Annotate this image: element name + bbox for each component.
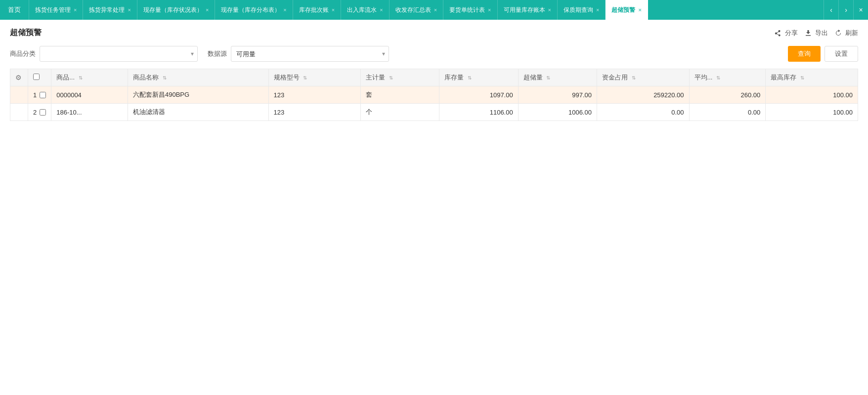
- nav-tab-4[interactable]: 现存量（库存分布表） ×: [215, 0, 293, 20]
- th-unit[interactable]: 主计量 ⇅: [361, 69, 439, 86]
- td-max-0: 100.00: [766, 86, 858, 104]
- td-over-1: 1006.00: [518, 104, 597, 121]
- th-over[interactable]: 超储量 ⇅: [518, 69, 597, 86]
- sort-icon-avg: ⇅: [716, 75, 720, 80]
- td-unit-1: 个: [361, 104, 439, 121]
- nav-tab-11[interactable]: 超储预警 ×: [606, 0, 648, 20]
- query-button[interactable]: 查询: [788, 46, 821, 62]
- td-avg-1: 0.00: [689, 104, 766, 121]
- td-spec-0: 123: [268, 86, 361, 104]
- th-spec[interactable]: 规格型号 ⇅: [268, 69, 361, 86]
- category-label: 商品分类: [10, 49, 36, 58]
- action-buttons: 查询 设置: [788, 46, 858, 62]
- share-button[interactable]: 分享: [775, 29, 798, 38]
- td-name-1: 机油滤清器: [128, 104, 268, 121]
- nav-tab-2[interactable]: 拣货异常处理 ×: [83, 0, 137, 20]
- td-unit-0: 套: [361, 86, 439, 104]
- td-settings-0: [10, 86, 28, 104]
- sort-icon-spec: ⇅: [303, 75, 307, 80]
- nav-tab-3[interactable]: 现存量（库存状况表） ×: [137, 0, 215, 20]
- page-header: 超储预警 分享 导出 刷新: [10, 28, 858, 38]
- close-tab-11[interactable]: ×: [638, 7, 641, 13]
- td-code-0: 0000004: [51, 86, 128, 104]
- close-tab-1[interactable]: ×: [74, 7, 77, 13]
- refresh-button[interactable]: 刷新: [835, 29, 858, 38]
- td-capital-0: 259220.00: [597, 86, 689, 104]
- td-avg-0: 260.00: [689, 86, 766, 104]
- nav-tab-8[interactable]: 要货单统计表 ×: [443, 0, 497, 20]
- close-tab-7[interactable]: ×: [434, 7, 437, 13]
- page-title: 超储预警: [10, 28, 42, 38]
- table-row: 2 186-10... 机油滤清器 123 个 1106.00 1006.00 …: [10, 104, 858, 121]
- td-num-1: 2: [28, 104, 51, 121]
- page-content: 超储预警 分享 导出 刷新 商品: [0, 20, 868, 395]
- td-settings-1: [10, 104, 28, 121]
- td-max-1: 100.00: [766, 104, 858, 121]
- close-tab-3[interactable]: ×: [206, 7, 209, 13]
- td-stock-0: 1097.00: [439, 86, 518, 104]
- close-tab-2[interactable]: ×: [128, 7, 130, 13]
- export-icon: [805, 30, 812, 37]
- table-header-row: ⚙ 商品... ⇅ 商品名称 ⇅ 规格型号 ⇅ 主计量: [10, 69, 858, 86]
- category-select[interactable]: [40, 46, 198, 62]
- header-actions: 分享 导出 刷新: [775, 29, 858, 38]
- column-settings-icon[interactable]: ⚙: [15, 74, 22, 81]
- nav-arrow-right[interactable]: ›: [838, 0, 853, 20]
- sort-icon-capital: ⇅: [632, 75, 636, 80]
- sort-icon-name: ⇅: [163, 75, 167, 80]
- nav-tab-10[interactable]: 保质期查询 ×: [558, 0, 606, 20]
- td-capital-1: 0.00: [597, 104, 689, 121]
- th-capital[interactable]: 资金占用 ⇅: [597, 69, 689, 86]
- nav-arrow-left[interactable]: ‹: [824, 0, 838, 20]
- sort-icon-code: ⇅: [79, 75, 83, 80]
- td-stock-1: 1106.00: [439, 104, 518, 121]
- category-filter-group: 商品分类 ▾: [10, 46, 198, 62]
- td-num-0: 1: [28, 86, 51, 104]
- close-tab-9[interactable]: ×: [548, 7, 551, 13]
- th-checkbox: [28, 69, 51, 86]
- sort-icon-over: ⇅: [546, 75, 550, 80]
- category-select-wrapper: ▾: [40, 46, 198, 62]
- datasource-label: 数据源: [208, 49, 227, 58]
- nav-tab-5[interactable]: 库存批次账 ×: [293, 0, 341, 20]
- close-tab-5[interactable]: ×: [332, 7, 335, 13]
- datasource-filter-group: 数据源 可用量 库存量 ▾: [208, 46, 389, 62]
- select-all-checkbox[interactable]: [33, 74, 40, 80]
- sort-icon-max: ⇅: [800, 75, 804, 80]
- close-tab-8[interactable]: ×: [488, 7, 491, 13]
- nav-arrow-close[interactable]: ×: [853, 0, 868, 20]
- row-num-0: 1: [33, 91, 37, 99]
- nav-home[interactable]: 首页: [0, 0, 29, 20]
- row-num-1: 2: [33, 109, 37, 116]
- share-icon: [775, 30, 781, 37]
- th-avg[interactable]: 平均... ⇅: [689, 69, 766, 86]
- td-over-0: 997.00: [518, 86, 597, 104]
- nav-arrows: ‹ › ×: [824, 0, 868, 20]
- row-checkbox-0[interactable]: [40, 92, 46, 98]
- filter-row: 商品分类 ▾ 数据源 可用量 库存量 ▾ 查询 设置: [10, 46, 858, 62]
- th-name[interactable]: 商品名称 ⇅: [128, 69, 268, 86]
- sort-icon-unit: ⇅: [389, 75, 393, 80]
- refresh-icon: [835, 30, 842, 37]
- close-tab-4[interactable]: ×: [283, 7, 286, 13]
- close-tab-6[interactable]: ×: [380, 7, 383, 13]
- nav-tab-7[interactable]: 收发存汇总表 ×: [390, 0, 443, 20]
- close-tab-10[interactable]: ×: [596, 7, 599, 13]
- th-max[interactable]: 最高库存 ⇅: [766, 69, 858, 86]
- datasource-select-wrapper: 可用量 库存量 ▾: [231, 46, 389, 62]
- nav-tab-1[interactable]: 拣货任务管理 ×: [29, 0, 83, 20]
- td-code-1: 186-10...: [51, 104, 128, 121]
- table-row: 1 0000004 六配套新昌490BPG 123 套 1097.00 997.…: [10, 86, 858, 104]
- nav-tab-9[interactable]: 可用量库存账本 ×: [498, 0, 558, 20]
- data-table: ⚙ 商品... ⇅ 商品名称 ⇅ 规格型号 ⇅ 主计量: [10, 69, 858, 121]
- td-name-0: 六配套新昌490BPG: [128, 86, 268, 104]
- th-code[interactable]: 商品... ⇅: [51, 69, 128, 86]
- datasource-select[interactable]: 可用量 库存量: [231, 46, 389, 62]
- export-button[interactable]: 导出: [805, 29, 828, 38]
- th-stock[interactable]: 库存量 ⇅: [439, 69, 518, 86]
- nav-tab-6[interactable]: 出入库流水 ×: [341, 0, 389, 20]
- settings-button[interactable]: 设置: [825, 46, 858, 62]
- top-navigation: 首页 拣货任务管理 × 拣货异常处理 × 现存量（库存状况表） × 现存量（库存…: [0, 0, 868, 20]
- th-settings: ⚙: [10, 69, 28, 86]
- row-checkbox-1[interactable]: [40, 109, 46, 116]
